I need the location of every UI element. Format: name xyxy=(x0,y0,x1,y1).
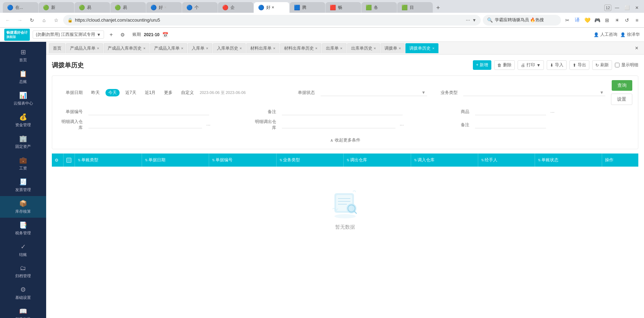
add-company-btn[interactable]: + xyxy=(107,30,115,39)
browser-tab-12[interactable]: 🟩 目 xyxy=(397,2,433,13)
translate-icon[interactable]: 译 xyxy=(573,16,582,24)
page-tab-close-3[interactable]: × xyxy=(181,46,183,50)
url-dropdown-icon[interactable]: ▼ xyxy=(472,18,476,23)
detail-in-select-btn[interactable]: ··· xyxy=(206,122,211,128)
page-tab-close-1[interactable]: × xyxy=(97,46,99,50)
display-toggle[interactable]: 显示明细 xyxy=(615,62,638,68)
table-settings-icon[interactable]: ⚙ xyxy=(55,158,59,163)
sidebar-item-guide[interactable]: 📖 新手引导 xyxy=(0,304,46,318)
delete-btn[interactable]: 🗑 删除 xyxy=(494,60,515,70)
sidebar-item-ledger[interactable]: 📋 总账 xyxy=(0,66,46,88)
browser-tab-6[interactable]: 🔵 个 xyxy=(182,2,218,13)
sidebar-item-tax[interactable]: 📑 税务管理 xyxy=(0,218,46,239)
th-handler[interactable]: ⇅ 经手人 xyxy=(478,154,535,167)
tab-minimize-btn[interactable]: — xyxy=(613,4,621,12)
calendar-icon[interactable]: 📅 xyxy=(162,32,168,38)
browser-tab-10[interactable]: 🟥 畅 xyxy=(326,2,361,13)
url-bar[interactable]: 🔒 https://cloud.chanjet.com/accounting/u… xyxy=(63,15,481,26)
page-tab-close-5[interactable]: × xyxy=(240,46,242,50)
close-all-tabs-btn[interactable]: × xyxy=(632,45,641,51)
page-tab-product-inbound-history[interactable]: 产成品入库单历史 × xyxy=(104,43,149,53)
detail-in-input[interactable] xyxy=(88,122,202,128)
date-btn-1month[interactable]: 近1月 xyxy=(142,89,159,96)
date-btn-7days[interactable]: 近7天 xyxy=(122,89,139,96)
th-doc-no[interactable]: ⇅ 单据编号 xyxy=(209,154,276,167)
sidebar-item-inventory[interactable]: 📦 库存核算 xyxy=(0,196,46,218)
detail-out-input[interactable] xyxy=(282,122,395,128)
page-tab-home[interactable]: 首页 xyxy=(49,43,65,53)
page-tab-inbound-history[interactable]: 入库单历史 × xyxy=(213,43,246,53)
browser-tab-11[interactable]: 🟩 各 xyxy=(361,2,397,13)
th-business-type[interactable]: ⇅ 业务类型 xyxy=(276,154,343,167)
menu-icon[interactable]: ≡ xyxy=(633,16,641,24)
date-btn-custom[interactable]: 自定义 xyxy=(178,89,197,96)
detail-out-select-btn[interactable]: ··· xyxy=(400,122,404,128)
th-doc-status[interactable]: ⇅ 单账状态 xyxy=(535,154,602,167)
support-btn[interactable]: 👤 人工咨询 xyxy=(594,32,617,38)
sidebar-item-invoice[interactable]: 🧾 发票管理 xyxy=(0,174,46,196)
forward-button[interactable]: → xyxy=(15,15,25,25)
th-doc-type[interactable]: ⇅ 单账类型 xyxy=(75,154,142,167)
print-btn[interactable]: 🖨 打印 ▼ xyxy=(518,60,544,70)
goods-input[interactable] xyxy=(475,108,546,115)
page-tab-transfer-history[interactable]: 调拨单历史 × xyxy=(405,43,438,53)
note-input[interactable] xyxy=(282,108,403,115)
url-menu-icon[interactable]: ⋯ xyxy=(466,18,470,23)
browser-tab-4[interactable]: 🟢 易 xyxy=(110,2,146,13)
export-btn[interactable]: ⬆ 导出 xyxy=(569,60,589,70)
th-out-warehouse[interactable]: ⇅ 调出仓库 xyxy=(344,154,411,167)
tab-count-badge[interactable]: 12 xyxy=(604,5,611,11)
new-btn[interactable]: + 新增 xyxy=(473,60,491,70)
th-in-warehouse[interactable]: ⇅ 调入仓库 xyxy=(411,154,478,167)
date-btn-yesterday[interactable]: 昨天 xyxy=(88,89,103,96)
page-tab-close-6[interactable]: × xyxy=(273,46,275,50)
display-toggle-checkbox[interactable] xyxy=(615,63,620,67)
sidebar-item-close[interactable]: ✓ 结账 xyxy=(0,239,46,261)
browser-tab-1[interactable]: 🔵 在... xyxy=(3,2,38,13)
undo-icon[interactable]: ↺ xyxy=(623,16,631,24)
sidebar-item-salary[interactable]: 💼 工资 xyxy=(0,153,46,174)
th-doc-date[interactable]: ⇅ 单据日期 xyxy=(142,154,209,167)
query-btn[interactable]: 查询 xyxy=(612,80,632,91)
page-tab-close-8[interactable]: × xyxy=(340,46,342,50)
date-btn-more[interactable]: 更多 xyxy=(161,89,175,96)
status-filter-select[interactable]: ▼ xyxy=(321,89,427,96)
sidebar-item-settings[interactable]: ⚙ 基础设置 xyxy=(0,282,46,304)
sidebar-item-home[interactable]: ⊞ 首页 xyxy=(0,45,46,66)
refresh-btn[interactable]: ↻ 刷新 xyxy=(592,60,612,70)
page-tab-material-outbound-history[interactable]: 材料出库单历史 × xyxy=(280,43,321,53)
user-profile-btn[interactable]: 👤 徐泽华 xyxy=(620,32,640,38)
sidebar-item-archive[interactable]: 🗂 归档管理 xyxy=(0,261,46,282)
browser-tab-5[interactable]: 🔵 好 × xyxy=(146,2,182,13)
browser-tab-2[interactable]: 🟢 新 xyxy=(39,2,74,13)
page-tab-close-2[interactable]: × xyxy=(143,46,145,50)
browser-search-bar[interactable]: 🔍 学霸应聘场驱鸟员 🔥热搜 xyxy=(483,15,561,26)
page-tab-close-4[interactable]: × xyxy=(206,46,208,50)
page-tab-material-outbound[interactable]: 材料出库单 × xyxy=(246,43,279,53)
page-tab-inbound[interactable]: 入库单 × xyxy=(188,43,212,53)
page-tab-close-10[interactable]: × xyxy=(399,46,401,50)
th-checkbox[interactable] xyxy=(63,154,75,167)
page-tab-transfer[interactable]: 调拨单 × xyxy=(381,43,405,53)
sidebar-item-fund[interactable]: 💰 资金管理 xyxy=(0,110,46,131)
tab-maximize-btn[interactable]: ⬜ xyxy=(623,4,631,12)
browser-tab-9[interactable]: 🟦 腾 xyxy=(290,2,325,13)
browser-tab-8[interactable]: 🔵 好 × xyxy=(254,2,289,13)
page-tab-outbound[interactable]: 出库单 × xyxy=(322,43,346,53)
import-btn[interactable]: ⬇ 导入 xyxy=(547,60,567,70)
docno-input[interactable] xyxy=(88,108,209,115)
extensions-icon[interactable]: ✂ xyxy=(563,16,572,24)
th-settings[interactable]: ⚙ xyxy=(52,154,63,167)
company-selector[interactable]: (勿删勿禁用) 江西服宝测试专用 ▼ xyxy=(33,30,104,39)
grid-icon[interactable]: ⊞ xyxy=(603,16,611,24)
note2-input[interactable] xyxy=(475,122,546,128)
refresh-button[interactable]: ↻ xyxy=(27,15,37,25)
page-tab-product-inbound2[interactable]: 产成品入库单 × xyxy=(150,43,187,53)
page-tab-outbound-history[interactable]: 出库单历史 × xyxy=(347,43,380,53)
game-icon[interactable]: 🎮 xyxy=(593,16,601,24)
page-tab-close-9[interactable]: × xyxy=(374,46,376,50)
wallet-icon[interactable]: 💛 xyxy=(583,16,591,24)
date-btn-today[interactable]: 今天 xyxy=(105,89,120,96)
filter-settings-btn[interactable]: 设置 xyxy=(611,94,632,105)
page-tab-product-inbound[interactable]: 产成品入库单 × xyxy=(66,43,103,53)
